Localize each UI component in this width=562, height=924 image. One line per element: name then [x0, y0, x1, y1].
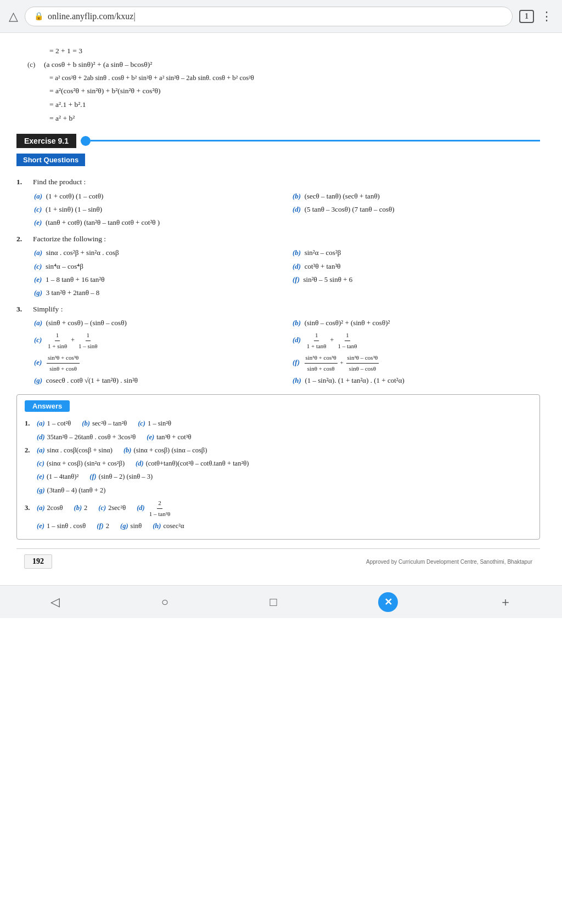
home-icon[interactable]: △: [9, 9, 18, 24]
q2b: (b) sin²α – cos²β: [293, 247, 540, 259]
q3b: (b) (sinθ – cosθ)² + (sinθ + cosθ)²: [293, 317, 540, 329]
answer-3-row2: (e) 1 – sinθ . cosθ (f) 2 (g) sinθ (h) c…: [25, 520, 532, 532]
url-text: online.anyflip.com/kxuz|: [48, 12, 136, 21]
nav-back-icon[interactable]: ◁: [50, 595, 60, 609]
question-1-items: (a) (1 + cotθ) (1 – cotθ) (b) (secθ – ta…: [16, 190, 540, 229]
math-line-5: = a² + b²: [16, 112, 540, 125]
question-2: 2. Factorize the following :: [16, 233, 540, 245]
answer-2-row: 2. (a) sinα . cosβ(cosβ + sinα) (b) (sin…: [25, 445, 532, 456]
exercise-blue-bar: [91, 140, 540, 141]
q1e: (e) (tanθ + cotθ) (tan²θ – tanθ cotθ + c…: [34, 217, 540, 229]
question-3: 3. Simplify :: [16, 303, 540, 315]
url-bar[interactable]: 🔒 online.anyflip.com/kxuz|: [25, 7, 513, 26]
answer-2-row4: (g) (3tanθ – 4) (tanθ + 2): [25, 485, 532, 496]
q1c: (c) (1 + sinθ) (1 – sinθ): [34, 203, 282, 216]
q1a: (a) (1 + cotθ) (1 – cotθ): [34, 190, 282, 202]
close-overlay-icon[interactable]: ✕: [378, 592, 398, 612]
q2a: (a) sinα . cos²β + sin²α . cosβ: [34, 247, 282, 259]
q3a: (a) (sinθ + cosθ) – (sinθ – cosθ): [34, 317, 282, 329]
exercise-title: Exercise 9.1: [16, 134, 76, 148]
answer-2-row3: (e) (1 – 4tanθ)² (f) (sinθ – 2) (sinθ – …: [25, 471, 532, 483]
q3d: (d) 11 + tanθ + 11 – tanθ: [293, 330, 540, 351]
nav-recents-icon[interactable]: □: [269, 595, 277, 609]
q3g: (g) cosecθ . cotθ √(1 + tan²θ) . sin²θ: [34, 375, 282, 387]
question-1: 1. Find the product :: [16, 176, 540, 188]
bottom-nav: ◁ ○ □ ✕ ＋: [0, 585, 562, 618]
q2c: (c) sin⁴α – cos⁴β: [34, 260, 282, 273]
math-line-2: = a² cos²θ + 2ab sinθ . cosθ + b² sin²θ …: [16, 72, 540, 84]
q3f: (f) sin³θ + cos³θsinθ + cosθ + sin³θ – c…: [293, 353, 540, 373]
math-line-3: = a²(cos²θ + sin²θ) + b²(sin²θ + cos²θ): [16, 85, 540, 98]
q1b: (b) (secθ – tanθ) (secθ + tanθ): [293, 190, 540, 202]
nav-add-icon[interactable]: ＋: [499, 594, 512, 610]
answers-header: Answers: [25, 400, 70, 412]
tab-count[interactable]: 1: [519, 10, 534, 23]
answer-1-row: 1. (a) 1 – cot²θ (b) sec²θ – tan²θ (c) 1…: [25, 418, 532, 429]
page-number: 192: [24, 554, 52, 569]
q3c: (c) 11 + sinθ + 11 – sinθ: [34, 330, 282, 351]
exercise-dot: [81, 136, 91, 146]
browser-chrome: △ 🔒 online.anyflip.com/kxuz| 1 ⋮: [0, 0, 562, 33]
math-derivation: = 2 + 1 = 3 (c) (a cosθ + b sinθ)² + (a …: [16, 45, 540, 125]
page-footer: 192 Approved by Curriculum Development C…: [16, 548, 540, 574]
q2f: (f) sin²θ – 5 sinθ + 6: [293, 274, 540, 286]
question-3-items: (a) (sinθ + cosθ) – (sinθ – cosθ) (b) (s…: [16, 317, 540, 387]
q2g: (g) 3 tan²θ + 2tanθ – 8: [34, 287, 540, 299]
nav-home-icon[interactable]: ○: [161, 595, 168, 609]
math-line-c: (c) (a cosθ + b sinθ)² + (a sinθ – bcosθ…: [16, 59, 540, 71]
exercise-header: Exercise 9.1: [16, 134, 540, 148]
q3e: (e) sin³θ + cos³θsinθ + cosθ: [34, 353, 282, 373]
q1d: (d) (5 tanθ – 3cosθ) (7 tanθ – cosθ): [293, 203, 540, 216]
answer-1-row2: (d) 35tan²θ – 26tanθ . cosθ + 3cos²θ (e)…: [25, 432, 532, 443]
browser-menu-icon[interactable]: ⋮: [541, 9, 553, 24]
questions-section: 1. Find the product : (a) (1 + cotθ) (1 …: [16, 176, 540, 387]
lock-icon: 🔒: [34, 12, 43, 21]
math-line-4: = a².1 + b².1: [16, 99, 540, 111]
footer-approval-text: Approved by Curriculum Development Centr…: [366, 559, 532, 565]
answers-section: Answers 1. (a) 1 – cot²θ (b) sec²θ – tan…: [16, 394, 540, 540]
math-line-1: = 2 + 1 = 3: [16, 45, 540, 58]
page-content: = 2 + 1 = 3 (c) (a cosθ + b sinθ)² + (a …: [0, 33, 562, 585]
short-questions-header: Short Questions: [16, 154, 85, 166]
answer-2-row2: (c) (sinα + cosβ) (sin²α + cos²β) (d) (c…: [25, 458, 532, 469]
question-2-items: (a) sinα . cos²β + sin²α . cosβ (b) sin²…: [16, 247, 540, 298]
q3h: (h) (1 – sin²α). (1 + tan²α) . (1 + cot²…: [293, 375, 540, 387]
answer-3-row: 3. (a) 2cosθ (b) 2 (c) 2sec²θ (d) 21 – t…: [25, 498, 532, 519]
q2d: (d) cot³θ + tan³θ: [293, 260, 540, 273]
q2e: (e) 1 – 8 tanθ + 16 tan²θ: [34, 274, 282, 286]
